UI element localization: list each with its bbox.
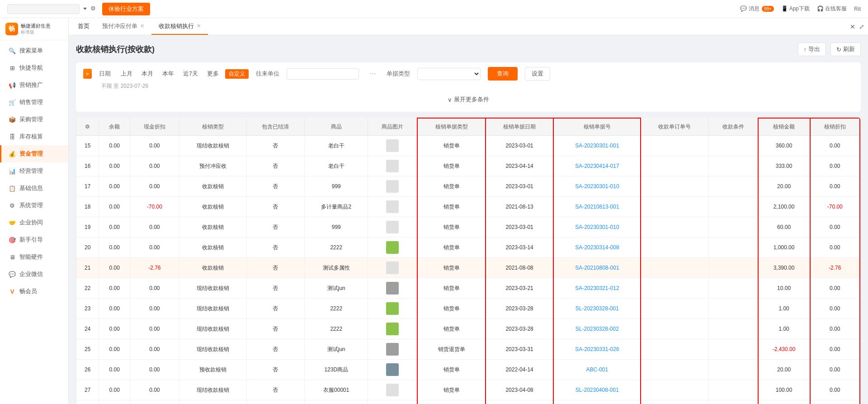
export-button[interactable]: ↑ 导出 — [798, 43, 826, 56]
cell-receipt-order-no — [641, 217, 708, 238]
cell-product-img — [368, 176, 418, 197]
verify-bill-no-link[interactable]: SL-20230408-001 — [576, 387, 619, 393]
cell-receipt-order-no — [641, 360, 708, 380]
verify-bill-no-link[interactable]: SA-20210808-001 — [575, 265, 619, 271]
cell-verify-discount: 0.00 — [810, 380, 860, 400]
date-filter-row: 上月 本月 本年 近7天 更多 自定义 — [118, 69, 249, 79]
verify-bill-no-link[interactable]: SA-20230414-017 — [575, 163, 619, 169]
table-row: 24 0.00 0.00 现结收款核销 否 2222 销货单 2023-03-2… — [76, 319, 860, 339]
cell-verify-bill-type: 销货单 — [417, 136, 486, 156]
verify-bill-no-link[interactable]: SA-20230321-012 — [575, 285, 619, 291]
this-year-btn[interactable]: 本年 — [160, 69, 177, 79]
verify-bill-no-link[interactable]: SA-20230301-010 — [575, 224, 619, 230]
cell-include-settled: 否 — [246, 299, 305, 319]
cell-cash-discount: 0.00 — [130, 176, 179, 197]
app-download[interactable]: 📱 App下载 — [781, 5, 810, 13]
tab-close-all-button[interactable]: ✕ — [850, 23, 855, 30]
verify-bill-no-link[interactable]: SA-20230331-026 — [575, 346, 619, 352]
refresh-button[interactable]: ↻ 刷新 — [830, 43, 861, 56]
cell-cash-discount: 0.00 — [130, 217, 179, 238]
cell-verify-discount: -70.00 — [810, 197, 860, 217]
tab-prepay[interactable]: 预付冲应付单 ✕ — [95, 19, 151, 35]
custom-date-btn[interactable]: 自定义 — [225, 69, 249, 79]
tab-home[interactable]: 首页 — [72, 19, 95, 35]
verify-bill-no-link[interactable]: ABC-001 — [586, 366, 609, 373]
sidebar-item-wechat[interactable]: 💬 企业微信 — [0, 266, 68, 283]
search-input[interactable] — [7, 4, 80, 14]
cell-id: 23 — [76, 299, 99, 319]
settings-button[interactable]: 设置 — [525, 67, 550, 81]
tab-fullscreen-button[interactable]: ⤢ — [859, 23, 864, 30]
cell-verify-bill-date: 2021-08-08 — [486, 258, 554, 278]
cell-product-img — [368, 360, 418, 380]
layout: 畅 畅捷通好生意 标准版 🔍 搜索菜单 ⊞ 快捷导航 📢 营销推广 🛒 销售管理 — [0, 18, 868, 404]
member-icon: V — [9, 288, 16, 295]
solution-button[interactable]: 休验行业方案 — [102, 3, 150, 15]
sidebar-item-company[interactable]: 🤝 企业协同 — [0, 214, 68, 231]
cell-balance: 0.00 — [99, 217, 130, 238]
sidebar-item-member[interactable]: V 畅会员 — [0, 283, 68, 300]
partner-input[interactable] — [287, 68, 359, 80]
verify-bill-no-link[interactable]: SA-20210813-001 — [575, 204, 619, 210]
tab-receipt[interactable]: 收款核销执行 ✕ — [151, 19, 208, 35]
gear-icon[interactable]: ⚙ — [90, 5, 99, 13]
verify-bill-no-link[interactable]: SA-20230301-010 — [575, 183, 619, 190]
sidebar-item-guide[interactable]: 🎯 新手引导 — [0, 231, 68, 248]
col-header-product: 商品 — [305, 118, 368, 136]
cell-verify-amount: 20.00 — [758, 360, 810, 380]
cell-balance: 0.00 — [99, 136, 130, 156]
cell-balance: 0.00 — [99, 278, 130, 299]
verify-bill-no-link[interactable]: SL-20230328-002 — [576, 326, 619, 332]
sidebar-item-purchase[interactable]: 📦 采购管理 — [0, 111, 68, 128]
dropdown-button[interactable] — [83, 8, 87, 10]
last-month-btn[interactable]: 上月 — [118, 69, 135, 79]
sidebar-item-search[interactable]: 🔍 搜索菜单 — [0, 42, 68, 59]
online-service[interactable]: 🎧 在线客服 — [817, 5, 847, 13]
query-button[interactable]: 查询 — [488, 67, 518, 81]
cell-product: 123D商品 — [305, 360, 368, 380]
more-date-btn[interactable]: 更多 — [204, 69, 222, 79]
this-month-btn[interactable]: 本月 — [139, 69, 156, 79]
tab-receipt-close[interactable]: ✕ — [197, 23, 201, 29]
sidebar-item-basic[interactable]: 📋 基础信息 — [0, 180, 68, 197]
tab-receipt-label: 收款核销执行 — [159, 22, 194, 30]
sidebar-item-business[interactable]: 📊 经营管理 — [0, 162, 68, 180]
voucher-type-select[interactable] — [417, 68, 481, 80]
verify-bill-no-link[interactable]: SA-20230314-008 — [575, 244, 619, 251]
cell-product: 2222 — [305, 299, 368, 319]
sidebar-item-sales[interactable]: 🛒 销售管理 — [0, 94, 68, 111]
user-name[interactable]: Rit — [854, 6, 861, 12]
sidebar-item-system[interactable]: ⚙ 系统管理 — [0, 197, 68, 214]
table-header-row: ⚙ 余额 现金折扣 核销类型 包含已结清 商品 商品图片 核销单据类型 核销单据… — [76, 118, 860, 136]
cell-id: 20 — [76, 238, 99, 258]
cell-balance: 0.00 — [99, 400, 130, 404]
cell-include-settled: 否 — [246, 238, 305, 258]
cell-include-settled: 否 — [246, 360, 305, 380]
cell-verify-bill-date: 2023-03-21 — [486, 278, 554, 299]
sidebar-item-marketing[interactable]: 📢 营销推广 — [0, 76, 68, 94]
main-area: 首页 预付冲应付单 ✕ 收款核销执行 ✕ ✕ ⤢ 收款核销执行(按收款) ↑ — [69, 18, 868, 404]
cell-id: 28 — [76, 400, 99, 404]
last-7days-btn[interactable]: 近7天 — [180, 69, 201, 79]
cell-verify-amount: 1.00 — [758, 299, 810, 319]
filter-expand-button[interactable]: » — [83, 69, 92, 79]
sidebar-item-finance[interactable]: 💰 资金管理 — [0, 145, 68, 162]
cell-cash-discount: 0.00 — [130, 238, 179, 258]
notification-badge: 99+ — [762, 6, 774, 12]
expand-more-button[interactable]: ∨ 展开更多条件 — [448, 95, 489, 104]
message-icon[interactable]: 💬 消息 99+ — [740, 5, 774, 13]
sidebar-item-quick[interactable]: ⊞ 快捷导航 — [0, 59, 68, 76]
cell-verify-bill-no: SL-20230418-001 — [553, 400, 641, 404]
cell-product: 测试jun — [305, 339, 368, 360]
sidebar-item-hardware[interactable]: 🖥 智能硬件 — [0, 248, 68, 266]
cell-verify-bill-no: SA-20230414-017 — [553, 156, 641, 176]
cell-product: 衣服00001 — [305, 380, 368, 400]
logo-text-area: 畅捷通好生意 标准版 — [21, 23, 51, 35]
tab-prepay-close[interactable]: ✕ — [140, 23, 144, 29]
verify-bill-no-link[interactable]: SA-20230301-001 — [575, 143, 619, 149]
verify-bill-no-link[interactable]: SL-20230328-001 — [576, 305, 619, 312]
cell-id: 22 — [76, 278, 99, 299]
sidebar-item-inventory[interactable]: 🗄 库存核算 — [0, 128, 68, 145]
table-row: 19 0.00 0.00 收款核销 否 999 销货单 2023-03-01 S… — [76, 217, 860, 238]
chevron-down-icon — [83, 8, 87, 10]
